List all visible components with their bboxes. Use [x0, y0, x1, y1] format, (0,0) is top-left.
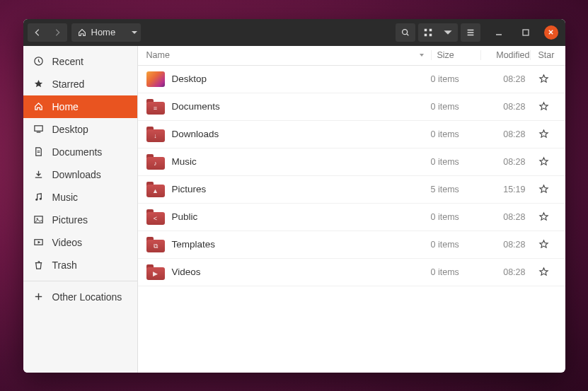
file-star-cell[interactable]: [530, 156, 558, 167]
sidebar-item-label: Videos: [52, 237, 83, 248]
sidebar-item-label: Pictures: [52, 214, 88, 226]
file-row[interactable]: ▲ Pictures 5 items 15:19: [138, 176, 565, 204]
file-name-label: Music: [172, 156, 197, 167]
sidebar-item-downloads[interactable]: Downloads: [23, 163, 137, 186]
file-pane: Name Size Modified Star Desktop 0 items …: [138, 46, 565, 373]
file-size-cell: 0 items: [431, 240, 480, 250]
sidebar-item-trash[interactable]: Trash: [23, 254, 137, 276]
sidebar-item-starred[interactable]: Starred: [23, 73, 137, 95]
chevron-left-icon: [33, 28, 42, 37]
path-label: Home: [91, 27, 116, 37]
svg-line-1: [406, 33, 408, 35]
file-row[interactable]: Desktop 0 items 08:28: [138, 66, 565, 93]
path-dropdown-icon[interactable]: [131, 29, 138, 36]
file-name-cell: ▲ Pictures: [146, 182, 431, 197]
file-modified-cell: 08:28: [480, 74, 530, 84]
sidebar-item-desktop[interactable]: Desktop: [23, 118, 137, 141]
back-button[interactable]: [28, 23, 47, 42]
sidebar-item-label: Music: [52, 192, 79, 203]
file-name-label: Downloads: [172, 129, 219, 139]
sidebar-item-label: Other Locations: [52, 291, 122, 303]
sidebar-item-pictures[interactable]: Pictures: [23, 209, 137, 231]
sidebar-item-documents[interactable]: Documents: [23, 141, 137, 163]
svg-point-20: [39, 198, 41, 200]
sidebar-item-other-locations[interactable]: Other Locations: [23, 286, 137, 308]
sort-indicator-icon: [418, 52, 425, 59]
file-star-cell[interactable]: [530, 211, 558, 222]
sidebar-item-videos[interactable]: Videos: [23, 231, 137, 254]
star-icon: [538, 211, 549, 222]
file-star-cell[interactable]: [530, 267, 558, 277]
nav-buttons: [28, 23, 67, 42]
chevron-right-icon: [52, 28, 62, 37]
minimize-icon: [495, 28, 503, 37]
file-row[interactable]: < Public 0 items 08:28: [138, 204, 565, 231]
plus-icon: [33, 291, 44, 302]
star-icon: [538, 239, 549, 250]
file-row[interactable]: ⧉ Templates 0 items 08:28: [138, 231, 565, 259]
sidebar-item-label: Documents: [52, 146, 103, 158]
sidebar-item-home[interactable]: Home: [23, 95, 137, 118]
maximize-icon: [521, 28, 530, 37]
folder-icon: ⧉: [146, 237, 165, 252]
desktop-icon: [33, 124, 44, 134]
music-icon: [33, 192, 44, 202]
svg-rect-2: [424, 28, 427, 31]
svg-rect-5: [429, 33, 432, 36]
path-bar[interactable]: Home: [71, 23, 142, 42]
file-name-label: Public: [172, 211, 198, 222]
view-dropdown-button[interactable]: [438, 23, 458, 42]
clock-icon: [33, 56, 44, 66]
maximize-button[interactable]: [517, 24, 534, 41]
folder-icon: ▲: [146, 182, 165, 197]
sidebar-item-label: Starred: [52, 78, 85, 90]
file-row[interactable]: ≡ Documents 0 items 08:28: [138, 93, 565, 121]
home-icon: [77, 28, 87, 37]
grid-icon: [423, 28, 433, 37]
sidebar: RecentStarredHomeDesktopDocumentsDownloa…: [23, 46, 138, 373]
icon-view-button[interactable]: [418, 23, 438, 42]
file-row[interactable]: ▶ Videos 0 items 08:28: [138, 259, 565, 286]
minimize-button[interactable]: [490, 24, 507, 41]
forward-button[interactable]: [47, 23, 67, 42]
file-star-cell[interactable]: [530, 184, 558, 194]
desktop-folder-icon: [146, 71, 165, 87]
file-row[interactable]: ♪ Music 0 items 08:28: [138, 148, 565, 176]
file-name-cell: ≡ Documents: [146, 99, 431, 115]
column-header-star[interactable]: Star: [530, 50, 558, 60]
file-star-cell[interactable]: [530, 239, 558, 250]
sidebar-item-label: Recent: [52, 56, 83, 67]
titlebar: Home: [23, 19, 565, 46]
hamburger-menu-button[interactable]: [461, 23, 480, 42]
file-size-cell: 0 items: [431, 129, 480, 139]
file-star-cell[interactable]: [530, 74, 558, 84]
chevron-down-icon: [443, 28, 453, 37]
folder-icon: ↓: [146, 127, 165, 142]
star-icon: [538, 129, 549, 139]
search-icon: [400, 28, 410, 37]
file-star-cell[interactable]: [530, 101, 558, 112]
file-name-label: Desktop: [172, 74, 207, 84]
column-header-name-label: Name: [146, 50, 170, 60]
svg-rect-14: [34, 126, 42, 132]
folder-icon: ▶: [146, 264, 165, 280]
video-icon: [33, 237, 44, 247]
search-button[interactable]: [396, 23, 415, 42]
doc-icon: [33, 146, 44, 157]
column-header-size[interactable]: Size: [431, 50, 480, 60]
file-size-cell: 0 items: [431, 212, 480, 222]
file-name-cell: Desktop: [146, 71, 431, 87]
column-header-name[interactable]: Name: [146, 50, 431, 60]
file-size-cell: 0 items: [431, 157, 480, 167]
file-name-cell: < Public: [146, 209, 431, 225]
file-size-cell: 0 items: [431, 102, 480, 112]
file-row[interactable]: ↓ Downloads 0 items 08:28: [138, 121, 565, 148]
sidebar-item-recent[interactable]: Recent: [23, 50, 137, 73]
column-header-modified[interactable]: Modified: [480, 50, 530, 60]
close-button[interactable]: [544, 25, 558, 40]
sidebar-item-music[interactable]: Music: [23, 186, 137, 209]
file-modified-cell: 08:28: [480, 267, 530, 277]
svg-rect-3: [429, 28, 432, 31]
file-star-cell[interactable]: [530, 129, 558, 139]
file-modified-cell: 08:28: [480, 157, 530, 167]
